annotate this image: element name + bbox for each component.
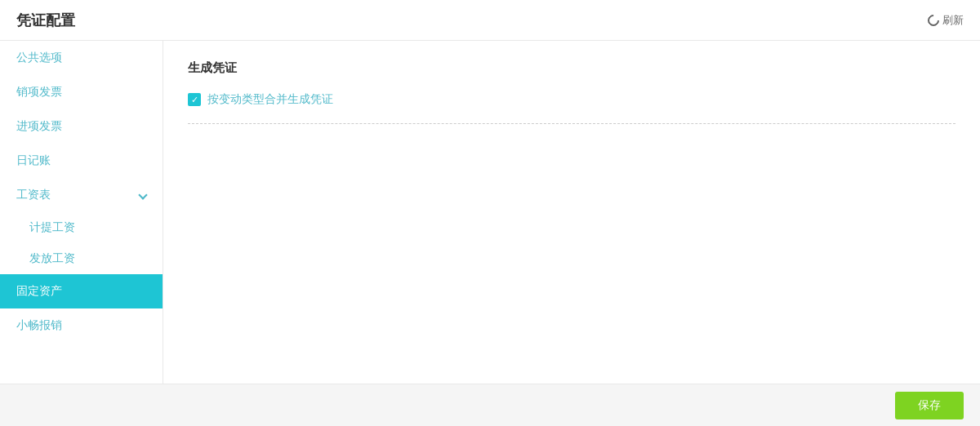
footer: 保存: [0, 384, 980, 426]
sidebar-item-label: 固定资产: [16, 284, 62, 299]
content-area: 生成凭证 ✓ 按变动类型合并生成凭证: [163, 41, 980, 384]
sidebar-item-purchase-invoice[interactable]: 进项发票: [0, 109, 163, 144]
sidebar-item-label: 销项发票: [16, 85, 62, 100]
checkmark-icon: ✓: [191, 95, 198, 104]
header: 凭证配置 刷新: [0, 0, 980, 41]
sidebar-item-payroll[interactable]: 工资表: [0, 178, 163, 212]
page-wrapper: 凭证配置 刷新 公共选项销项发票进项发票日记账工资表计提工资发放工资固定资产小畅…: [0, 0, 980, 426]
sidebar-item-journal[interactable]: 日记账: [0, 144, 163, 178]
chevron-down-icon: [138, 190, 147, 199]
save-button[interactable]: 保存: [895, 392, 964, 419]
sidebar: 公共选项销项发票进项发票日记账工资表计提工资发放工资固定资产小畅报销: [0, 41, 163, 384]
sidebar-item-label: 小畅报销: [16, 318, 62, 333]
sidebar-item-label: 发放工资: [29, 251, 75, 264]
refresh-label: 刷新: [942, 13, 964, 28]
sidebar-item-label: 工资表: [16, 188, 51, 202]
refresh-button[interactable]: 刷新: [928, 13, 964, 28]
checkbox-row: ✓ 按变动类型合并生成凭证: [188, 92, 956, 107]
checkbox-label: 按变动类型合并生成凭证: [207, 92, 333, 107]
sidebar-item-expense-report[interactable]: 小畅报销: [0, 308, 163, 343]
sidebar-item-public-options[interactable]: 公共选项: [0, 41, 163, 75]
sidebar-item-label: 公共选项: [16, 51, 62, 65]
page-title: 凭证配置: [16, 11, 75, 30]
section-title: 生成凭证: [188, 60, 956, 76]
sidebar-item-label: 计提工资: [29, 220, 75, 233]
sidebar-item-fixed-assets[interactable]: 固定资产: [0, 274, 163, 308]
divider: [188, 123, 956, 124]
sidebar-item-label: 日记账: [16, 153, 51, 168]
sidebar-item-label: 进项发票: [16, 119, 62, 134]
sidebar-item-pay-salary[interactable]: 发放工资: [0, 243, 163, 274]
refresh-icon: [925, 12, 942, 29]
main-layout: 公共选项销项发票进项发票日记账工资表计提工资发放工资固定资产小畅报销 生成凭证 …: [0, 41, 980, 384]
sidebar-item-calc-salary[interactable]: 计提工资: [0, 212, 163, 243]
sidebar-item-sales-invoice[interactable]: 销项发票: [0, 75, 163, 109]
merge-checkbox[interactable]: ✓: [188, 93, 201, 106]
